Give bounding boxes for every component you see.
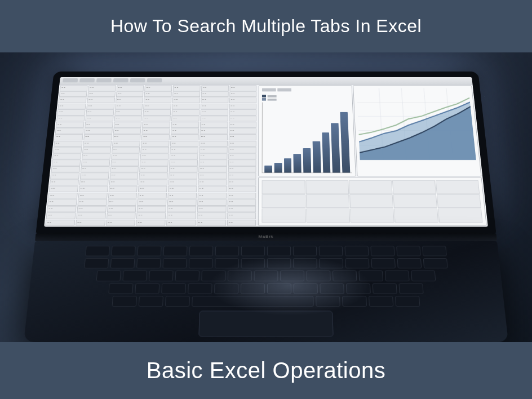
keyboard-key	[215, 258, 239, 269]
grid-cell: ·· ··	[198, 166, 227, 172]
data-table	[258, 178, 487, 226]
grid-cell: ·· ··	[77, 206, 106, 212]
grid-cell: ·· ··	[84, 128, 112, 134]
grid-cell: ·· ··	[56, 116, 85, 121]
keyboard-key	[188, 283, 212, 294]
grid-cell: ·· ··	[198, 179, 227, 185]
grid-cell: ·· ··	[201, 103, 228, 109]
grid-cell: ·· ··	[136, 212, 166, 219]
grid-cell: ·· ··	[170, 147, 198, 153]
keyboard-key	[189, 246, 214, 256]
grid-cell: ·· ··	[53, 147, 82, 153]
keyboard-key	[294, 283, 318, 294]
grid-cell: ·· ··	[167, 206, 196, 212]
grid-column: ·· ···· ···· ···· ···· ···· ···· ···· ··…	[166, 85, 200, 225]
chart-title	[262, 88, 348, 94]
grid-cell: ·· ··	[137, 206, 166, 212]
keyboard-key	[371, 258, 395, 269]
keyboard-key	[165, 296, 190, 307]
keyboard-key	[84, 258, 109, 269]
grid-cell: ·· ··	[228, 147, 256, 153]
grid-cell: ·· ··	[172, 97, 200, 103]
grid-cell: ·· ··	[106, 219, 136, 225]
grid-cell: ·· ··	[197, 199, 227, 205]
grid-cell: ·· ··	[81, 166, 109, 172]
grid-cell: ·· ··	[167, 199, 197, 205]
grid-cell: ·· ··	[227, 199, 256, 205]
grid-cell: ·· ··	[115, 103, 143, 109]
grid-cell: ·· ··	[200, 140, 228, 146]
keyboard-key	[346, 283, 371, 294]
keyboard-key	[112, 296, 137, 307]
grid-cell: ·· ··	[79, 179, 109, 185]
keyboard-key	[192, 296, 313, 307]
grid-cell: ·· ··	[54, 140, 82, 146]
grid-cell: ·· ··	[144, 91, 172, 97]
grid-cell: ·· ··	[229, 85, 256, 91]
keyboard-key	[96, 271, 121, 281]
keyboard-key	[189, 258, 213, 269]
grid-cell: ·· ··	[140, 159, 169, 166]
grid-cell: ·· ··	[88, 85, 116, 91]
keyboard-key	[396, 246, 420, 256]
grid-cell: ·· ··	[173, 85, 201, 91]
grid-cell: ·· ··	[200, 109, 228, 115]
hero-illustration: ·· ···· ···· ···· ···· ···· ···· ···· ··…	[0, 52, 532, 342]
grid-cell: ·· ··	[229, 122, 256, 127]
keyboard-key	[319, 246, 343, 256]
grid-cell: ·· ··	[59, 97, 87, 103]
keyboard-key	[149, 271, 174, 281]
grid-cell: ·· ··	[56, 122, 84, 127]
laptop-screen-frame: ·· ···· ···· ···· ···· ···· ···· ···· ··…	[36, 72, 496, 233]
grid-cell: ·· ··	[172, 103, 200, 109]
keyboard-key	[110, 258, 135, 269]
keyboard-key	[267, 246, 291, 256]
grid-cell: ·· ··	[168, 186, 197, 192]
grid-cell: ·· ··	[51, 166, 79, 172]
subtitle: Basic Excel Operations	[147, 358, 386, 383]
grid-cell: ·· ··	[86, 109, 114, 115]
keyboard-key	[307, 271, 331, 281]
keyboard-key	[422, 246, 447, 256]
grid-cell: ·· ··	[229, 91, 257, 97]
keyboard-key	[345, 258, 369, 269]
grid-column: ·· ···· ···· ···· ···· ···· ···· ···· ··…	[197, 85, 229, 225]
grid-cell: ·· ··	[166, 219, 196, 225]
grid-cell: ·· ··	[172, 109, 200, 115]
grid-cell: ·· ··	[140, 153, 169, 159]
grid-cell: ·· ··	[200, 128, 228, 134]
grid-cell: ·· ··	[199, 153, 227, 159]
grid-cell: ·· ··	[114, 109, 143, 115]
grid-cell: ·· ··	[227, 219, 256, 225]
grid-cell: ·· ··	[114, 116, 142, 121]
grid-cell: ·· ··	[143, 109, 171, 115]
bar-chart	[258, 85, 356, 176]
grid-cell: ·· ··	[112, 147, 140, 153]
grid-cell: ·· ··	[79, 186, 108, 192]
keyboard-key	[241, 258, 265, 269]
grid-cell: ·· ··	[198, 186, 227, 192]
grid-cell: ·· ··	[139, 179, 167, 185]
laptop-keyboard	[24, 241, 508, 342]
grid-cell: ·· ··	[144, 97, 171, 103]
grid-cell: ·· ··	[141, 140, 169, 146]
grid-cell: ·· ··	[116, 91, 144, 97]
grid-cell: ·· ··	[83, 134, 112, 140]
grid-cell: ·· ··	[227, 212, 256, 219]
keyboard-key	[122, 271, 147, 281]
bottom-banner: Basic Excel Operations	[0, 342, 532, 399]
grid-cell: ·· ··	[197, 206, 227, 212]
grid-cell: ·· ··	[109, 179, 138, 185]
grid-column: ·· ···· ···· ···· ···· ···· ···· ···· ··…	[227, 85, 257, 225]
charts-panel	[257, 85, 488, 227]
grid-cell: ·· ··	[58, 103, 86, 109]
grid-cell: ·· ··	[86, 103, 114, 109]
grid-cell: ·· ··	[46, 212, 76, 219]
keyboard-key	[254, 271, 278, 281]
grid-cell: ·· ··	[110, 159, 139, 166]
keyboard-key	[135, 283, 159, 294]
keyboard-key	[369, 296, 393, 307]
app-toolbar	[59, 77, 472, 85]
grid-cell: ·· ··	[78, 192, 107, 198]
grid-cell: ·· ··	[142, 128, 170, 134]
